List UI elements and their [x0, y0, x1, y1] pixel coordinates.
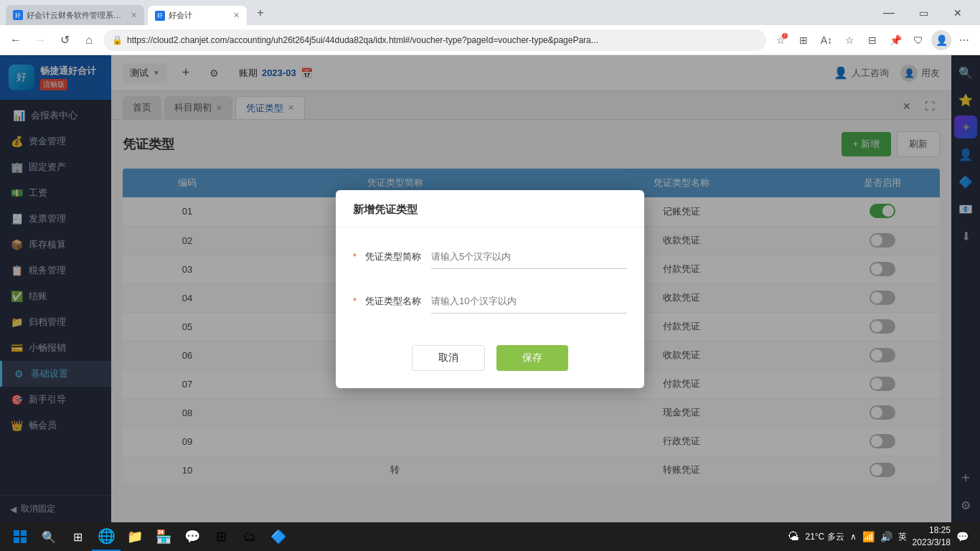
- back-button[interactable]: ←: [6, 30, 26, 50]
- svg-rect-0: [14, 530, 19, 536]
- url-bar[interactable]: 🔒 https://cloud2.chanjet.com/accounting/…: [103, 29, 766, 51]
- browser-tab-1-label: 好会计云财务软件管理系统_会计: [27, 10, 127, 21]
- taskbar-explorer[interactable]: 📁: [121, 522, 149, 551]
- taskbar-task-view[interactable]: ⊞: [63, 522, 92, 551]
- taskbar-wechat[interactable]: 💬: [178, 522, 207, 551]
- minimize-button[interactable]: —: [872, 3, 905, 23]
- extensions-icon[interactable]: ⊞: [793, 30, 814, 50]
- taskbar-edge[interactable]: 🌐: [92, 522, 121, 551]
- taskbar-edge2[interactable]: 🔷: [264, 522, 293, 551]
- weather-temp: 21°C 多云: [805, 531, 844, 543]
- forward-button[interactable]: →: [30, 30, 50, 50]
- volume-icon: 🔊: [880, 531, 892, 542]
- taskbar-store[interactable]: 🏪: [149, 522, 178, 551]
- dialog-body: * 凭证类型简称 * 凭证类型名称: [336, 227, 644, 339]
- address-bar: ← → ↺ ⌂ 🔒 https://cloud2.chanjet.com/acc…: [0, 25, 980, 55]
- browser-tab-1-close[interactable]: ✕: [131, 11, 137, 20]
- svg-rect-2: [14, 537, 19, 543]
- taskbar: 🔍 ⊞ 🌐 📁 🏪 💬 ⊞ 🗂 🔷 🌤 21°C 多云 ∧ 📶 🔊 英 18:2…: [0, 522, 980, 551]
- start-button[interactable]: [6, 522, 34, 551]
- time-display: 18:25: [913, 524, 951, 537]
- browser-tab-2-label: 好会计: [169, 10, 230, 21]
- taskbar-expand-icon[interactable]: ∧: [850, 532, 857, 542]
- lock-icon: 🔒: [112, 35, 123, 45]
- favorites-icon[interactable]: ☆: [839, 30, 859, 50]
- required-name-icon: *: [353, 296, 357, 306]
- browser-tab-inactive[interactable]: 好 好会计云财务软件管理系统_会计 ✕: [6, 5, 144, 25]
- new-tab-button[interactable]: +: [250, 3, 270, 23]
- taskbar-apps[interactable]: ⊞: [207, 522, 235, 551]
- lang-label: 英: [898, 531, 907, 543]
- clock: 18:25 2023/3/18: [913, 524, 951, 549]
- menu-button[interactable]: ⋯: [954, 30, 974, 50]
- close-window-button[interactable]: ✕: [941, 3, 974, 23]
- dialog-overlay: 新增凭证类型 * 凭证类型简称 * 凭证类型名称 取消 保存: [0, 55, 980, 522]
- field-abbr-label: 凭证类型简称: [365, 250, 423, 263]
- field-name-label: 凭证类型名称: [365, 295, 423, 308]
- taskbar-sys-tray: 🌤 21°C 多云 ∧ 📶 🔊 英 18:25 2023/3/18 💬: [782, 524, 974, 549]
- date-display: 2023/3/18: [913, 537, 951, 549]
- star-icon[interactable]: ☆!: [771, 30, 791, 50]
- secure-icon[interactable]: 🛡: [908, 30, 928, 50]
- browser-tab-2-close[interactable]: ✕: [233, 11, 240, 20]
- form-row-name: * 凭证类型名称: [353, 289, 627, 314]
- url-text: https://cloud2.chanjet.com/accounting/uh…: [127, 35, 598, 45]
- split-view-icon[interactable]: ⊟: [862, 30, 882, 50]
- browser-tab-active[interactable]: 好 好会计 ✕: [147, 5, 248, 25]
- weather-icon: 🌤: [788, 530, 799, 543]
- dialog-title: 新增凭证类型: [353, 203, 627, 217]
- notification-icon[interactable]: 💬: [956, 531, 969, 542]
- reader-icon[interactable]: A↕: [816, 30, 837, 50]
- profile-icon[interactable]: 👤: [931, 30, 951, 50]
- pin-icon[interactable]: 📌: [885, 30, 905, 50]
- save-button[interactable]: 保存: [496, 345, 568, 371]
- svg-rect-3: [21, 537, 27, 543]
- dialog-header: 新增凭证类型: [336, 190, 644, 227]
- refresh-button[interactable]: ↺: [55, 30, 75, 50]
- taskbar-search[interactable]: 🔍: [34, 522, 63, 551]
- home-button[interactable]: ⌂: [79, 30, 99, 50]
- taskbar-photos[interactable]: 🗂: [235, 522, 264, 551]
- field-abbr-input[interactable]: [431, 245, 627, 269]
- required-abbr-icon: *: [353, 251, 357, 262]
- field-name-input[interactable]: [431, 289, 627, 314]
- wifi-icon: 📶: [862, 531, 875, 542]
- cancel-button[interactable]: 取消: [412, 345, 485, 371]
- maximize-button[interactable]: ▭: [907, 3, 940, 23]
- dialog-footer: 取消 保存: [336, 339, 644, 388]
- tab-favicon-1: 好: [13, 10, 23, 20]
- form-row-abbr: * 凭证类型简称: [353, 245, 627, 269]
- browser-tab-bar: 好 好会计云财务软件管理系统_会计 ✕ 好 好会计 ✕ + — ▭ ✕: [0, 0, 980, 25]
- tab-favicon-2: 好: [155, 11, 165, 21]
- dialog: 新增凭证类型 * 凭证类型简称 * 凭证类型名称 取消 保存: [336, 190, 644, 388]
- svg-rect-1: [21, 530, 27, 536]
